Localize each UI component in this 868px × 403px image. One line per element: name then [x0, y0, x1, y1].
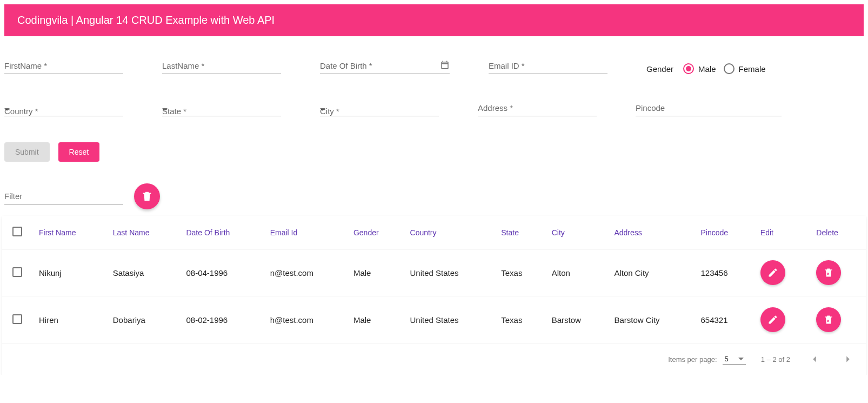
cell-pincode: 123456 — [694, 249, 753, 296]
items-per-page-label: Items per page: — [668, 355, 717, 364]
pencil-icon — [767, 267, 778, 278]
cell-address: Barstow City — [607, 296, 694, 343]
city-field[interactable]: City * — [320, 103, 439, 116]
row-checkbox[interactable] — [12, 267, 22, 277]
col-pincode[interactable]: Pincode — [694, 216, 753, 249]
table-row: HirenDobariya08-02-1996h@test.comMaleUni… — [2, 296, 866, 343]
cell-lastname: Dobariya — [106, 296, 180, 343]
chevron-down-icon — [738, 358, 744, 360]
gender-female-radio[interactable]: Female — [724, 63, 766, 74]
table-row: NikunjSatasiya08-04-1996n@test.comMaleUn… — [2, 249, 866, 296]
edit-button[interactable] — [760, 307, 785, 332]
cell-email: h@test.com — [264, 296, 347, 343]
chevron-down-icon — [320, 108, 325, 111]
cell-dob: 08-02-1996 — [179, 296, 263, 343]
page-size-select[interactable]: 5 — [723, 354, 746, 365]
trash-icon — [823, 267, 834, 278]
cell-email: n@test.com — [264, 249, 347, 296]
col-gender[interactable]: Gender — [347, 216, 404, 249]
filter-field[interactable] — [4, 188, 123, 204]
trash-icon — [141, 190, 153, 202]
cell-gender: Male — [347, 249, 404, 296]
address-field[interactable]: Address * — [478, 100, 597, 116]
cell-country: United States — [404, 296, 495, 343]
delete-button[interactable] — [816, 260, 841, 285]
reset-button[interactable]: Reset — [58, 142, 100, 162]
gender-label: Gender — [646, 64, 673, 74]
state-field[interactable]: State * — [162, 103, 281, 116]
cell-firstname: Nikunj — [32, 249, 106, 296]
col-city[interactable]: City — [545, 216, 608, 249]
submit-button[interactable]: Submit — [4, 142, 50, 162]
pincode-input[interactable] — [636, 100, 782, 116]
firstname-field[interactable]: FirstName * — [4, 58, 123, 74]
prev-page-button[interactable] — [805, 350, 824, 368]
col-state[interactable]: State — [495, 216, 545, 249]
col-dob[interactable]: Date Of Birth — [179, 216, 263, 249]
delete-button[interactable] — [816, 307, 841, 332]
app-toolbar: Codingvila | Angular 14 CRUD Example wit… — [4, 4, 864, 36]
lastname-field[interactable]: LastName * — [162, 58, 281, 74]
cell-pincode: 654321 — [694, 296, 753, 343]
lastname-input[interactable] — [162, 58, 281, 74]
edit-button[interactable] — [760, 260, 785, 285]
country-field[interactable]: Country * — [4, 103, 123, 116]
cell-dob: 08-04-1996 — [179, 249, 263, 296]
paginator: Items per page: 5 1 – 2 of 2 — [2, 343, 866, 375]
pincode-field[interactable]: Pincode — [636, 100, 782, 116]
email-field[interactable]: Email ID * — [489, 58, 607, 74]
col-firstname[interactable]: First Name — [32, 216, 106, 249]
cell-state: Texas — [495, 249, 545, 296]
chevron-down-icon — [4, 108, 10, 111]
cell-country: United States — [404, 249, 495, 296]
filter-input[interactable] — [4, 188, 123, 204]
paginator-range: 1 – 2 of 2 — [761, 355, 790, 364]
dob-input[interactable] — [320, 58, 450, 74]
chevron-down-icon — [162, 108, 168, 111]
gender-female-label: Female — [739, 64, 766, 74]
col-country[interactable]: Country — [404, 216, 495, 249]
email-input[interactable] — [489, 58, 607, 74]
cell-state: Texas — [495, 296, 545, 343]
select-all-checkbox[interactable] — [12, 227, 22, 236]
row-checkbox[interactable] — [12, 314, 22, 324]
gender-male-radio[interactable]: Male — [683, 63, 716, 74]
col-edit: Edit — [754, 216, 810, 249]
gender-male-label: Male — [698, 64, 716, 74]
address-input[interactable] — [478, 100, 597, 116]
dob-field[interactable]: Date Of Birth * — [320, 58, 450, 74]
next-page-button[interactable] — [839, 350, 857, 368]
delete-all-button[interactable] — [134, 183, 160, 209]
col-address[interactable]: Address — [607, 216, 694, 249]
cell-address: Alton City — [607, 249, 694, 296]
cell-city: Barstow — [545, 296, 608, 343]
col-lastname[interactable]: Last Name — [106, 216, 180, 249]
cell-firstname: Hiren — [32, 296, 106, 343]
calendar-icon[interactable] — [440, 60, 450, 70]
firstname-input[interactable] — [4, 58, 123, 74]
page-size-value: 5 — [725, 355, 729, 363]
gender-group: Gender Male Female — [646, 63, 766, 74]
cell-city: Alton — [545, 249, 608, 296]
cell-gender: Male — [347, 296, 404, 343]
col-delete: Delete — [810, 216, 866, 249]
app-title: Codingvila | Angular 14 CRUD Example wit… — [17, 14, 275, 26]
table-header-row: First Name Last Name Date Of Birth Email… — [2, 216, 866, 249]
col-email[interactable]: Email Id — [264, 216, 347, 249]
trash-icon — [823, 314, 834, 325]
cell-lastname: Satasiya — [106, 249, 180, 296]
data-table: First Name Last Name Date Of Birth Email… — [2, 216, 866, 375]
pencil-icon — [767, 314, 778, 325]
